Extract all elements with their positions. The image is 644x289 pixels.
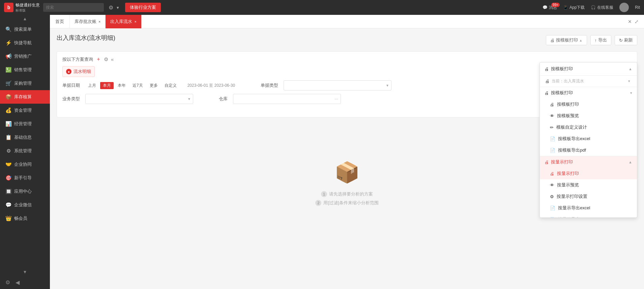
add-filter-button[interactable]: ＋ xyxy=(96,56,101,63)
gear-icon[interactable]: ⚙ xyxy=(109,4,113,11)
tab-flow[interactable]: 出入库流水 × xyxy=(106,15,141,28)
template-excel-icon: 📄 xyxy=(550,136,555,141)
template-pdf-item[interactable]: 📄 按模板导出pdf xyxy=(540,144,637,156)
sidebar-item-label: 企业协同 xyxy=(14,161,32,167)
printer-dp-icon: 🖨 xyxy=(545,67,549,72)
date-tab-custom[interactable]: 自定义 xyxy=(162,82,179,89)
tab-batch-account-close[interactable]: × xyxy=(98,20,100,24)
sidebar-item-collab[interactable]: 🤝 企业协同 xyxy=(0,158,50,171)
collapse-sidebar-icon[interactable]: ◀ xyxy=(16,279,20,286)
export-button[interactable]: ↑ 导出 xyxy=(590,35,612,45)
refresh-button[interactable]: ↻ 刷新 xyxy=(615,35,637,45)
dropdown-chevron-up-icon[interactable]: ▲ xyxy=(628,67,632,71)
display-settings-item[interactable]: ⚙ 按显示打印设置 xyxy=(540,191,637,202)
filter-header-row: 按以下方案查询 ＋ ⚙ « xyxy=(62,56,632,63)
date-label: 单据日期 xyxy=(62,82,80,88)
sales-icon: 💹 xyxy=(5,67,11,73)
template-custom-icon: ✏ xyxy=(550,125,554,130)
refresh-icon: ↻ xyxy=(619,38,623,43)
tip-item-1: 1 请先选择要分析的方案 xyxy=(321,191,373,197)
template-print-section-header[interactable]: 🖨 按模板打印 ▾ xyxy=(540,87,637,99)
display-excel-item[interactable]: 📄 按显示导出excel xyxy=(540,202,637,214)
sidebar-item-basic[interactable]: 📋 基础信息 xyxy=(0,131,50,144)
sidebar-item-search[interactable]: 🔍 搜索菜单 xyxy=(0,23,50,36)
maximize-icon[interactable]: ⤢ xyxy=(635,19,639,24)
settings-bottom-icon[interactable]: ⚙ xyxy=(5,279,10,286)
biz-chevron-down-icon: ▾ xyxy=(188,97,190,101)
dropdown-icon[interactable]: ▾ xyxy=(117,5,119,10)
sidebar-item-system[interactable]: ⚙ 系统管理 xyxy=(0,144,50,158)
display-section-icon: 🖨 xyxy=(545,160,549,165)
message-item[interactable]: 💬 消息 99+ xyxy=(543,5,557,10)
warehouse-label: 仓库 xyxy=(219,96,228,102)
sidebar-item-wechat[interactable]: 💬 企业微信 xyxy=(0,198,50,212)
sidebar-item-purchase[interactable]: 🛒 采购管理 xyxy=(0,77,50,90)
marketing-icon: 📢 xyxy=(5,53,11,59)
headset-icon: 🎧 xyxy=(591,5,596,10)
sidebar-item-guide[interactable]: 🎯 新手引导 xyxy=(0,171,50,185)
tab-home[interactable]: 首页 xyxy=(55,15,70,28)
sidebar-item-label: 采购管理 xyxy=(14,80,32,86)
avatar[interactable] xyxy=(619,3,629,12)
template-print-item[interactable]: 🖨 按模板打印 xyxy=(540,99,637,110)
date-tab-last-month[interactable]: 上月 xyxy=(85,82,99,89)
sidebar-item-label: 新手引导 xyxy=(14,175,32,181)
sidebar-item-sales[interactable]: 💹 销售管理 xyxy=(0,63,50,77)
sidebar-item-label: 快捷导航 xyxy=(14,40,32,46)
template-custom-label: 模板自定义设计 xyxy=(556,124,587,130)
filter-settings-button[interactable]: ⚙ xyxy=(104,56,108,62)
sidebar-item-quick-nav[interactable]: ⚡ 快捷导航 xyxy=(0,36,50,50)
warehouse-select[interactable]: ··· xyxy=(233,94,341,104)
tab-flow-close[interactable]: × xyxy=(134,20,136,24)
system-icon: ⚙ xyxy=(5,148,11,154)
date-tab-more[interactable]: 更多 xyxy=(147,82,160,89)
chevron-down-icon: ▾ xyxy=(386,83,388,88)
message-badge: 99+ xyxy=(551,3,560,7)
date-tab-7days[interactable]: 近7天 xyxy=(130,82,146,89)
date-tab-this-month[interactable]: 本月 xyxy=(100,82,114,89)
sidebar-item-finance[interactable]: 💰 资金管理 xyxy=(0,104,50,117)
bill-type-select[interactable]: ▾ xyxy=(284,80,391,90)
display-preview-item[interactable]: 👁 按显示预览 xyxy=(540,179,637,191)
more-icon[interactable]: ··· xyxy=(334,97,338,101)
online-service-item[interactable]: 🎧 在线客服 xyxy=(591,5,613,10)
current-label: 当前：出入库流水 xyxy=(552,78,584,84)
tip-num-2: 2 xyxy=(315,200,321,206)
display-print-item[interactable]: 🖨 按显示打印 xyxy=(540,168,637,179)
sidebar-item-app-center[interactable]: 🔲 应用中心 xyxy=(0,185,50,198)
flow-detail-tag[interactable]: ● 流水明细 xyxy=(62,66,95,77)
trial-button[interactable]: 体验行业方案 xyxy=(125,3,161,12)
display-print-section-header[interactable]: 🖨 按显示打印 ▲ xyxy=(540,156,637,168)
wechat-icon: 💬 xyxy=(5,202,11,208)
message-icon: 💬 xyxy=(543,5,548,10)
display-pdf-item[interactable]: 📄 按显示导出pdf xyxy=(540,214,637,217)
sidebar-item-marketing[interactable]: 📢 营销推广 xyxy=(0,50,50,63)
template-print-button[interactable]: 🖨 按模板打印 ▲ xyxy=(546,35,587,45)
tip-text-2: 用[过滤]条件来缩小分析范围 xyxy=(323,200,378,206)
sidebar-item-label: 经营管理 xyxy=(14,121,32,127)
date-tab-this-year[interactable]: 本年 xyxy=(115,82,128,89)
dropdown-header-left: 🖨 按模板打印 xyxy=(545,66,573,72)
filter-collapse-left-button[interactable]: « xyxy=(111,56,114,62)
current-template-item[interactable]: 🖨 当前：出入库流水 ▾ xyxy=(540,76,637,87)
display-section-label: 按显示打印 xyxy=(551,159,573,165)
template-custom-item[interactable]: ✏ 模板自定义设计 xyxy=(540,122,637,133)
sidebar-item-operation[interactable]: 📊 经营管理 xyxy=(0,117,50,131)
collab-icon: 🤝 xyxy=(5,161,11,167)
sidebar-scroll-down[interactable]: ▼ xyxy=(0,268,50,276)
template-excel-item[interactable]: 📄 按模板导出excel xyxy=(540,133,637,144)
app-download-item[interactable]: 📱 App下载 xyxy=(563,5,585,10)
tab-batch-account[interactable]: 库存批次账 × xyxy=(70,15,106,28)
search-input[interactable] xyxy=(43,3,104,12)
page-header: 出入库流水(流水明细) 🖨 按模板打印 ▲ ↑ 导出 ↻ 刷新 xyxy=(57,34,637,47)
sidebar-item-member[interactable]: 👑 畅会员 xyxy=(0,212,50,225)
tip-item-2: 2 用[过滤]条件来缩小分析范围 xyxy=(315,200,378,206)
biz-type-select[interactable]: ▾ xyxy=(85,94,193,104)
sidebar-item-inventory[interactable]: 📦 库存核算 xyxy=(0,90,50,104)
tip-num-1: 1 xyxy=(321,191,327,197)
template-preview-item[interactable]: 👁 按模板预览 xyxy=(540,110,637,122)
chevron-up-icon: ▲ xyxy=(579,38,583,42)
close-all-icon[interactable]: ✕ xyxy=(628,19,632,24)
sidebar-scroll-up[interactable]: ▲ xyxy=(0,15,50,23)
display-preview-icon: 👁 xyxy=(550,183,554,188)
